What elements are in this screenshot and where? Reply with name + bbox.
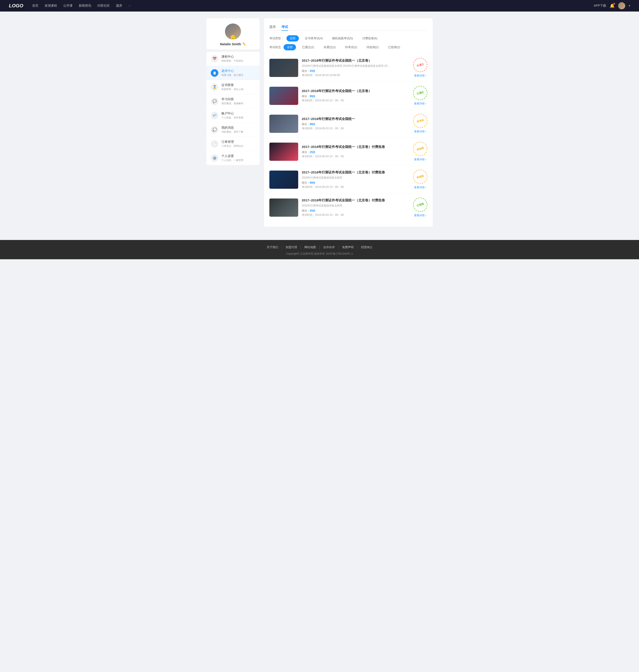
- sidebar-icon-question-bank: 📋: [211, 69, 218, 77]
- exam-title-5: 2017–2018年行测证件考试全国统一（北京卷）付费批卷: [302, 170, 409, 175]
- sidebar-item-messages[interactable]: 💭 我的消息 消息通知、及时了解: [206, 123, 260, 137]
- exam-info-5: 2017–2018年行测证件考试全国统一（北京卷）付费批卷 2018年行测考试是…: [302, 170, 409, 189]
- trophy-badge-icon: 🏆: [231, 35, 235, 39]
- nav-link-问答社区[interactable]: 问答社区: [97, 4, 110, 8]
- exam-action-5: 待批阅 查看详情 ›: [413, 170, 427, 189]
- main-wrapper: 🏆 Natalie Smith ✏️ 📅 课程中心 精彩课程、不容错过 📋 题库…: [202, 12, 437, 233]
- filter-status-已通过(2)[interactable]: 已通过(2): [299, 44, 317, 50]
- exam-desc-6: 2018年行测考试是最值得多去研究: [302, 204, 390, 208]
- exam-item-3: 2017–2018年行测证件考试全国统一 得分：99分 考试时间：2019-05…: [269, 110, 427, 138]
- filter-type-证书类考试(4)[interactable]: 证书类考试(4): [301, 35, 326, 42]
- exam-time-1: 考试时间：2019-05-03 10:09:09: [302, 74, 409, 77]
- tab-题库[interactable]: 题库: [269, 23, 276, 30]
- exam-title-6: 2017–2018年行测证件考试全国统一（北京卷）付费批卷: [302, 198, 409, 203]
- exam-title-2: 2017–2018年行测证件考试全国统一（北京卷）: [302, 89, 409, 93]
- filter-status-label: 考试状态: [269, 45, 281, 49]
- exam-item-6: 2017–2018年行测证件考试全国统一（北京卷）付费批卷 2018年行测考试是…: [269, 194, 427, 221]
- notification-bell-icon[interactable]: 🔔: [610, 3, 614, 8]
- nav-link-···[interactable]: ···: [128, 4, 131, 8]
- footer-link-4[interactable]: 免费声明: [339, 245, 357, 249]
- exam-action-4: 待批阅 查看详情 ›: [413, 142, 427, 161]
- nav-link-首页[interactable]: 首页: [32, 4, 38, 8]
- detail-link-6[interactable]: 查看详情 ›: [414, 213, 426, 217]
- filter-type-付费批卷(6)[interactable]: 付费批卷(6): [359, 35, 381, 42]
- exam-time-4: 考试时间：2019-05-03 10：09：09: [302, 155, 409, 158]
- sidebar-item-certificate[interactable]: 🏅 证书荣誉 收获荣誉、持证上岗: [206, 80, 260, 94]
- exam-action-1: 未通过 查看详情 ›: [413, 58, 427, 78]
- sidebar-item-qa[interactable]: 💬 学习问答 课后重温、疑难解答: [206, 94, 260, 109]
- filter-type-随机抽题考试(5)[interactable]: 随机抽题考试(5): [329, 35, 356, 42]
- status-stamp-1: 未通过: [411, 56, 429, 74]
- navbar-right: APP下载 🔔 ▾: [594, 2, 630, 9]
- exam-info-1: 2017–2018年行测证件考试全国统一（北京卷） 2018年行测考试是最值得多…: [302, 59, 409, 77]
- sidebar-item-orders[interactable]: 📄 订单管理 订单支出、明明白白: [206, 137, 260, 151]
- sidebar-subtitle-certificate: 收获荣誉、持证上岗: [221, 87, 244, 91]
- nav-link-发现课程[interactable]: 发现课程: [45, 4, 57, 8]
- footer: 关于我们加盟代理网站地图合作伙伴免费声明招贤纳士 Copyright© 云朵商学…: [0, 240, 639, 259]
- filter-status-已批阅(2)[interactable]: 已批阅(2): [385, 44, 404, 50]
- status-stamp-2: 已通过: [411, 84, 429, 101]
- exam-info-2: 2017–2018年行测证件考试全国统一（北京卷） 得分：99分 考试时间：20…: [302, 89, 409, 102]
- nav-link-新闻资讯[interactable]: 新闻资讯: [79, 4, 91, 8]
- sidebar-item-settings[interactable]: ⚙️ 个人设置 个人信息、一键管理: [206, 151, 260, 165]
- app-download[interactable]: APP下载: [594, 4, 606, 8]
- exam-desc-1: 2018年行测考试是最值得多去研究 2018年行测考试是最值得多去研究 2018…: [302, 64, 390, 68]
- exam-title-1: 2017–2018年行测证件考试全国统一（北京卷）: [302, 59, 409, 63]
- tab-考试[interactable]: 考试: [281, 23, 288, 30]
- nav-link-题库[interactable]: 题库: [116, 4, 122, 8]
- status-stamp-5: 待批阅: [411, 168, 429, 186]
- exam-thumb-3: [269, 115, 298, 133]
- sidebar-subtitle-question-bank: 海量习题、助力通关: [221, 74, 244, 77]
- edit-profile-icon[interactable]: ✏️: [243, 42, 246, 46]
- footer-link-1[interactable]: 加盟代理: [282, 245, 301, 249]
- sidebar: 🏆 Natalie Smith ✏️ 📅 课程中心 精彩课程、不容错过 📋 题库…: [206, 18, 260, 227]
- sidebar-nav: 📅 课程中心 精彩课程、不容错过 📋 题库中心 海量习题、助力通关 🏅 证书荣誉…: [206, 52, 260, 165]
- filter-status-待考试(2)[interactable]: 待考试(2): [342, 44, 361, 50]
- sidebar-subtitle-qa: 课后重温、疑难解答: [221, 102, 244, 105]
- exam-time-5: 考试时间：2019-05-03 10：09：09: [302, 185, 409, 189]
- user-avatar[interactable]: [618, 2, 625, 9]
- sidebar-title-messages: 我的消息: [221, 126, 244, 130]
- sidebar-item-question-bank[interactable]: 📋 题库中心 海量习题、助力通关: [206, 66, 260, 80]
- exam-item-4: 2017–2018年行测证件考试全国统一（北京卷）付费批卷 得分：25分 考试时…: [269, 138, 427, 166]
- exam-thumb-2: [269, 87, 298, 105]
- sidebar-item-course-center[interactable]: 📅 课程中心 精彩课程、不容错过: [206, 52, 260, 66]
- exam-action-2: 已通过 查看详情 ›: [413, 86, 427, 106]
- exam-thumb-4: [269, 143, 298, 161]
- sidebar-title-orders: 订单管理: [221, 140, 244, 144]
- exam-score-1: 得分：25分: [302, 69, 409, 73]
- detail-link-4[interactable]: 查看详情 ›: [414, 158, 426, 161]
- profile-avatar-wrap: 🏆: [225, 23, 241, 39]
- footer-link-2[interactable]: 网站地图: [301, 245, 320, 249]
- sidebar-item-account[interactable]: 💎 账户中心 个人权益、实时掌握: [206, 109, 260, 123]
- sidebar-icon-certificate: 🏅: [211, 83, 218, 91]
- footer-link-0[interactable]: 关于我们: [263, 245, 282, 249]
- footer-links: 关于我们加盟代理网站地图合作伙伴免费声明招贤纳士: [4, 245, 635, 249]
- nav-link-公开课[interactable]: 公开课: [63, 4, 73, 8]
- exam-thumb-6: [269, 198, 298, 217]
- exam-time-6: 考试时间：2019-05-03 10：09：09: [302, 213, 409, 217]
- footer-link-5[interactable]: 招贤纳士: [357, 245, 376, 249]
- filter-status-全部[interactable]: 全部: [283, 44, 296, 50]
- sidebar-title-qa: 学习问答: [221, 97, 244, 101]
- exam-score-2: 得分：99分: [302, 95, 409, 98]
- sidebar-subtitle-messages: 消息通知、及时了解: [221, 130, 244, 133]
- exam-thumb-5: [269, 171, 298, 189]
- detail-link-1[interactable]: 查看详情 ›: [414, 74, 426, 78]
- sidebar-icon-settings: ⚙️: [211, 154, 218, 162]
- chevron-down-icon[interactable]: ▾: [629, 4, 630, 7]
- sidebar-subtitle-account: 个人权益、实时掌握: [221, 116, 244, 119]
- sidebar-title-settings: 个人设置: [221, 154, 244, 158]
- exam-time-2: 考试时间：2019-05-03 10：09：09: [302, 99, 409, 102]
- detail-link-3[interactable]: 查看详情 ›: [414, 130, 426, 133]
- navbar: LOGO 首页发现课程公开课新闻资讯问答社区题库··· APP下载 🔔 ▾: [0, 0, 639, 12]
- exam-score-3: 得分：99分: [302, 123, 409, 126]
- footer-link-3[interactable]: 合作伙伴: [320, 245, 339, 249]
- filter-type-全部[interactable]: 全部: [286, 35, 299, 42]
- sidebar-icon-account: 💎: [211, 112, 218, 119]
- detail-link-2[interactable]: 查看详情 ›: [414, 102, 426, 106]
- profile-name: Natalie Smith: [220, 42, 241, 46]
- filter-status-未通过(2)[interactable]: 未通过(2): [320, 44, 339, 50]
- detail-link-5[interactable]: 查看详情 ›: [414, 186, 426, 189]
- filter-status-待批阅(2)[interactable]: 待批阅(2): [363, 44, 382, 50]
